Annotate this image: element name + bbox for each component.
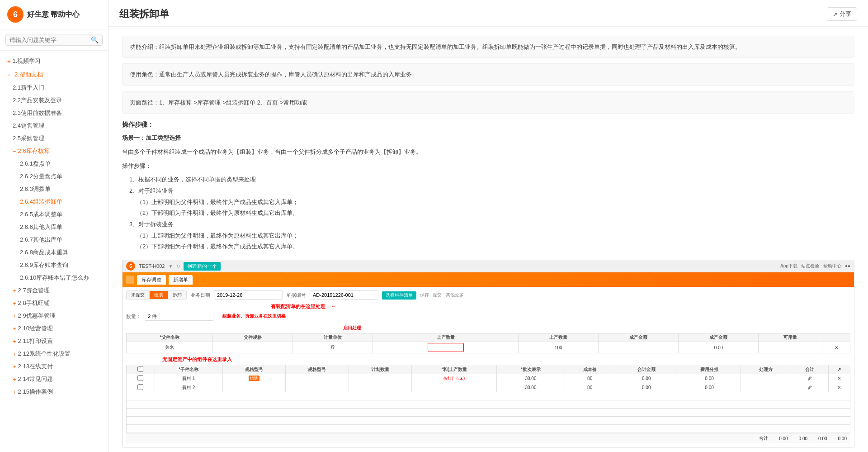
sidebar-item-assembly[interactable]: 2.6.4组装拆卸单 <box>20 195 108 208</box>
ss-total1: 0.00 <box>779 436 788 441</box>
sidebar-item-online-pay[interactable]: + 2.13在线支付 <box>13 360 108 373</box>
sidebar-item-goods-cost[interactable]: 2.6.8商品成本重算 <box>20 246 108 259</box>
sidebar-item-inventory[interactable]: − 2.6库存核算 <box>13 145 108 157</box>
sidebar-item-mobile[interactable]: + 2.8手机旺铺 <box>13 297 108 309</box>
sidebar-item-videos[interactable]: + 1.视频学习 <box>0 54 108 68</box>
sub-item-label: 2.13在线支付 <box>18 362 53 371</box>
ss-parent-cell-input[interactable] <box>373 342 519 353</box>
step2-sub2: （2）下部明细为子件明细，最终作为原材料生成其它出库单。 <box>137 208 854 219</box>
sub-item-label: 2.4销售管理 <box>13 122 44 130</box>
ss-cth-actual: *和(上产数量 <box>411 365 496 374</box>
sidebar-item-other-out[interactable]: 2.6.7其他出库单 <box>20 233 108 246</box>
sidebar-item-other-in[interactable]: 2.6.6其他入库单 <box>20 221 108 233</box>
sidebar: 6 好生意 帮助中心 🔍 + 1.视频学习 − 2.帮助文档 2.1新手入门 2… <box>0 0 108 452</box>
ss-cth-op: 合计 <box>791 365 828 374</box>
sidebar-item-cost-adjust[interactable]: 2.6.5成本调整单 <box>20 208 108 221</box>
sub-item-label: 2.7资金管理 <box>18 286 50 295</box>
ss-code-input[interactable] <box>310 290 378 300</box>
sub-item-label: 2.6库存核算 <box>18 147 50 155</box>
step2-sub1: （1）上部明细为父件明细，最终作为产成品生成其它入库单； <box>137 197 854 208</box>
ss-cth-alloc: 费用分担 <box>678 365 741 374</box>
ss-child2-del: ✕ <box>828 383 850 392</box>
sidebar-item-transfer[interactable]: 2.6.3调拨单 <box>20 183 108 195</box>
ss-select-btn[interactable]: 选择料件清单 <box>382 291 416 300</box>
sidebar-item-docs[interactable]: − 2.帮助文档 <box>0 68 108 81</box>
ss-parent-cell-name: 关米 <box>127 342 213 353</box>
sidebar-item-cash[interactable]: + 2.7资金管理 <box>13 284 108 297</box>
sidebar-item-error[interactable]: 2.6.10库存账本错了怎么办 <box>20 271 108 284</box>
feature-intro-block: 功能介绍：组装拆卸单用来处理企业组装或拆卸等加工业务，支持有固定装配清单的产品加… <box>122 36 854 58</box>
ss-th-amt1: 成产金额 <box>599 333 679 342</box>
sidebar-item-coupon[interactable]: + 2.9优惠券管理 <box>13 309 108 322</box>
ss-form-row-top: 未提交 组装 拆卸 业务日期 单据编号 选择料件清单 保存 提交 其他更多 <box>126 290 850 300</box>
sidebar-item-install[interactable]: 2.2产品安装及登录 <box>13 94 108 107</box>
sub-item-label: 2.6.4组装拆卸单 <box>20 198 62 206</box>
sidebar-item-ledger[interactable]: 2.6.9库存账本查询 <box>20 259 108 271</box>
ss-row2-check[interactable] <box>137 384 143 390</box>
ss-seg-disassembly[interactable]: 拆卸 <box>168 291 186 299</box>
step1: 1、根据不同的业务，选择不同单据的类型来处理 <box>129 174 854 186</box>
ss-topbar-label: TEST-H002 <box>139 263 165 269</box>
ss-th-spec: 父件规格 <box>213 333 293 342</box>
ss-row1-check[interactable] <box>137 375 143 381</box>
ss-parent-cell-avail <box>759 342 822 353</box>
sidebar-item-purchase[interactable]: 2.5采购管理 <box>13 132 108 145</box>
steps-title: 操作步骤： <box>122 161 854 172</box>
sidebar-item-newcomer[interactable]: 2.1新手入门 <box>13 81 108 94</box>
step3-sub2: （2）下部明细为子件明细，最终作为产成品生成其它入库单。 <box>137 241 854 252</box>
step3-sub1: （1）上部明细为父件明细，最终作为原材料生成其它出库单； <box>137 230 854 242</box>
ss-parent-cell-amt1 <box>599 342 679 353</box>
annotation1: 有装配清单的在这里处理 <box>271 304 326 309</box>
ss-total-label: 合计 <box>759 435 768 442</box>
sidebar-item-sales[interactable]: 2.4销售管理 <box>13 119 108 132</box>
sidebar-item-cases[interactable]: + 2.15操作案例 <box>13 385 108 398</box>
sidebar-item-custom[interactable]: + 2.12系统个性化设置 <box>13 347 108 360</box>
ss-cth-name: *子件名称 <box>155 365 222 374</box>
ss-date-input[interactable] <box>214 290 283 300</box>
ss-child1-spec1: 组装 <box>222 374 285 383</box>
ss-tab2[interactable]: 新增单 <box>169 275 193 285</box>
ss-tab1[interactable]: 库存调整 <box>137 275 166 285</box>
sidebar-item-partial-count[interactable]: 2.6.2分量盘点单 <box>20 170 108 183</box>
sidebar-item-data-prep[interactable]: 2.3使用前数据准备 <box>13 107 108 119</box>
sub-item-label: 2.15操作案例 <box>18 388 53 396</box>
logo-icon: 6 <box>7 6 24 23</box>
search-icon[interactable]: 🔍 <box>91 36 99 43</box>
inventory-sub: 2.6.1盘点单 2.6.2分量盘点单 2.6.3调拨单 2.6.4组装拆卸单 … <box>13 157 108 284</box>
ss-child-row-5 <box>127 409 850 417</box>
ss-cth-handle: 处理方 <box>741 365 791 374</box>
ss-child-row-3 <box>127 392 850 400</box>
sidebar-item-stock-count[interactable]: 2.6.1盘点单 <box>20 157 108 170</box>
ss-qty-input[interactable] <box>145 312 213 321</box>
annotation4-text: 无固定流产中的组件在这里录入 <box>162 357 232 362</box>
sub-item-label: 2.6.7其他出库单 <box>20 236 62 244</box>
ss-child1-del: ✕ <box>828 374 850 383</box>
ss-topbar-icons: App下载 站点检验 帮助中心 ●● <box>780 263 850 269</box>
ss-child-table: *子件名称 规格型号 规格型号 计划数量 *和(上产数量 *批次表示 成本价 合… <box>126 365 850 433</box>
ss-seg-unsubmit[interactable]: 未提交 <box>127 291 150 299</box>
ss-th-amt2: 成产金额 <box>679 333 759 342</box>
collapse-icon: − <box>7 71 13 78</box>
ss-cth-cost: 成本价 <box>565 365 615 374</box>
main-area: 组装拆卸单 ➚ 分享 功能介绍：组装拆卸单用来处理企业组装或拆卸等加工业务，支持… <box>108 0 868 452</box>
search-input[interactable] <box>9 37 91 43</box>
sub-item-label: 2.3使用前数据准备 <box>13 109 62 117</box>
step2: 2、对于组装业务 <box>129 186 854 197</box>
ss-create-btn[interactable]: 创建新的一个 <box>184 262 221 271</box>
sub-item-label: 2.12系统个性化设置 <box>18 350 71 358</box>
sidebar-item-ops[interactable]: + 2.10经营管理 <box>13 322 108 335</box>
ss-content-area: 未提交 组装 拆卸 业务日期 单据编号 选择料件清单 保存 提交 其他更多 <box>123 287 854 447</box>
ss-child1-spec2 <box>286 374 349 383</box>
annotation3: 启用处理 <box>343 325 361 330</box>
ss-check-all[interactable] <box>137 366 143 372</box>
ss-th-ops <box>822 333 850 342</box>
sidebar-item-faq[interactable]: + 2.14常见问题 <box>13 373 108 385</box>
ss-cth-total: 合计金额 <box>615 365 678 374</box>
ss-logo: 6 <box>126 262 135 271</box>
ss-cth-batch: *批次表示 <box>497 365 565 374</box>
ss-child1-name: 費料 1 <box>155 374 222 383</box>
ss-seg-assembly[interactable]: 组装 <box>150 291 168 299</box>
screenshot-container: 6 TEST-H002 ▼ ↻ 创建新的一个 App下载 站点检验 帮助中心 ●… <box>122 260 854 447</box>
share-button[interactable]: ➚ 分享 <box>827 7 857 21</box>
sidebar-item-print[interactable]: + 2.11打印设置 <box>13 335 108 347</box>
